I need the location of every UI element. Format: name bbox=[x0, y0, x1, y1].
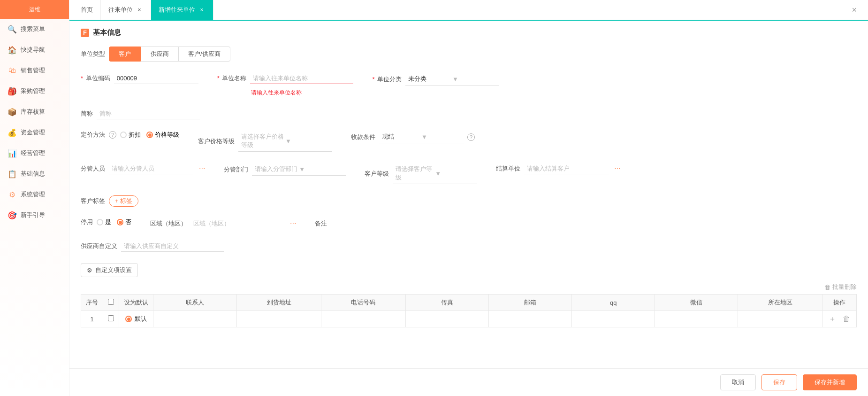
sidebar-item-label: 采购管理 bbox=[21, 87, 45, 95]
sidebar-item-operations[interactable]: 📊 经营管理 bbox=[0, 143, 69, 163]
payment-terms-help-icon[interactable]: ? bbox=[467, 133, 475, 141]
customer-price-select[interactable]: 请选择客户价格等级 ▼ bbox=[238, 131, 332, 152]
sidebar-item-label: 基础信息 bbox=[21, 170, 45, 178]
sidebar-item-label: 新手引导 bbox=[21, 211, 45, 219]
sidebar-item-search[interactable]: 🔍 搜索菜单 bbox=[0, 19, 69, 39]
phone-input[interactable] bbox=[326, 316, 401, 323]
manager-label: 分管人员 bbox=[81, 164, 105, 173]
col-action: 操作 bbox=[822, 295, 856, 311]
wechat-input[interactable] bbox=[660, 316, 733, 323]
sidebar-item-guide[interactable]: 🎯 新手引导 bbox=[0, 205, 69, 225]
cell-region-input[interactable] bbox=[743, 316, 817, 323]
qq-input[interactable] bbox=[577, 316, 650, 323]
pricing-radio-group: 折扣 价格等级 bbox=[120, 131, 179, 139]
unit-type-row: 单位类型 客户 供应商 客户/供应商 bbox=[81, 47, 857, 65]
sidebar-item-finance[interactable]: 💰 资金管理 bbox=[0, 122, 69, 143]
settlement-unit-input[interactable] bbox=[524, 163, 609, 174]
customer-grade-label: 客户等级 bbox=[365, 170, 389, 178]
sidebar-item-shortcut[interactable]: 🏠 快捷导航 bbox=[0, 39, 69, 60]
fax-input[interactable] bbox=[411, 316, 484, 323]
save-button[interactable]: 保存 bbox=[761, 374, 797, 390]
select-all-checkbox[interactable] bbox=[108, 299, 114, 305]
sidebar-item-purchase[interactable]: 🎒 采购管理 bbox=[0, 81, 69, 101]
sidebar-item-basic[interactable]: 📋 基础信息 bbox=[0, 163, 69, 184]
cancel-button[interactable]: 取消 bbox=[720, 374, 756, 390]
sidebar-item-label: 搜索菜单 bbox=[21, 25, 45, 33]
radio-grade-dot bbox=[148, 133, 152, 137]
radio-discount[interactable]: 折扣 bbox=[120, 131, 141, 139]
col-region: 所在地区 bbox=[738, 295, 822, 311]
col-email: 邮箱 bbox=[489, 295, 572, 311]
department-group: 分管部门 请输入分管部门 ▼ bbox=[224, 163, 346, 176]
unit-btn-both[interactable]: 客户/供应商 bbox=[179, 47, 230, 62]
unit-btn-supplier[interactable]: 供应商 bbox=[141, 47, 179, 62]
sidebar-item-inventory[interactable]: 📦 库存核算 bbox=[0, 101, 69, 122]
settlement-unit-group: 结算单位 ··· bbox=[496, 163, 620, 174]
row-actions: ＋ 🗑 bbox=[827, 314, 852, 324]
tab-home[interactable]: 首页 bbox=[73, 0, 101, 20]
region-input[interactable] bbox=[190, 218, 284, 229]
tab-new-partner[interactable]: 新增往来单位 × bbox=[151, 0, 213, 20]
unit-name-input[interactable] bbox=[250, 73, 353, 84]
region-more-icon[interactable]: ··· bbox=[290, 219, 296, 228]
sidebar-item-sales[interactable]: 🛍 销售管理 bbox=[0, 60, 69, 81]
batch-delete-icon: 🗑 bbox=[824, 284, 830, 291]
pricing-help-icon[interactable]: ? bbox=[109, 131, 116, 139]
email-input[interactable] bbox=[494, 316, 567, 323]
unit-code-input[interactable] bbox=[114, 73, 198, 84]
purchase-icon: 🎒 bbox=[8, 86, 17, 96]
batch-delete-button[interactable]: 🗑 批量删除 bbox=[81, 283, 857, 291]
customer-grade-select[interactable]: 请选择客户等级 ▼ bbox=[393, 163, 477, 184]
contact-input[interactable] bbox=[158, 316, 232, 323]
pricing-row: 定价方法 ? 折扣 价格等级 客户价格等 bbox=[81, 131, 857, 155]
unit-type-group: 单位类型 客户 供应商 客户/供应商 bbox=[81, 47, 230, 62]
sidebar-item-system[interactable]: ⚙ 系统管理 bbox=[0, 184, 69, 205]
delete-row-button[interactable]: 🗑 bbox=[841, 314, 852, 324]
remark-input[interactable] bbox=[331, 218, 472, 229]
tab-partners-close[interactable]: × bbox=[136, 6, 143, 14]
remark-group: 备注 bbox=[315, 218, 472, 229]
tab-bar: 首页 往来单位 × 新增往来单位 × × bbox=[69, 0, 868, 21]
table-row: 1 默认 bbox=[81, 311, 857, 327]
manager-more-icon[interactable]: ··· bbox=[199, 164, 205, 173]
tab-partners-label: 往来单位 bbox=[108, 6, 133, 14]
search-icon: 🔍 bbox=[8, 24, 17, 34]
payment-terms-select[interactable]: 现结 ▼ bbox=[379, 131, 464, 143]
address-input[interactable] bbox=[242, 316, 316, 323]
radio-no-circle bbox=[117, 219, 123, 225]
add-row-button[interactable]: ＋ bbox=[827, 314, 838, 324]
tab-partners[interactable]: 往来单位 × bbox=[101, 0, 151, 20]
supplier-custom-input[interactable] bbox=[121, 241, 224, 252]
close-all-tabs[interactable]: × bbox=[844, 5, 864, 15]
payment-terms-label: 收款条件 bbox=[351, 133, 375, 141]
home-icon: 🏠 bbox=[8, 45, 17, 54]
tab-new-partner-close[interactable]: × bbox=[198, 6, 206, 14]
customer-grade-arrow-icon: ▼ bbox=[435, 170, 474, 177]
cell-action: ＋ 🗑 bbox=[822, 311, 856, 327]
save-new-button[interactable]: 保存并新增 bbox=[803, 374, 857, 390]
custom-settings-button[interactable]: ⚙ 自定义项设置 bbox=[81, 263, 138, 277]
sidebar-item-label: 资金管理 bbox=[21, 128, 45, 137]
row-default-radio[interactable] bbox=[125, 316, 132, 322]
cell-qq bbox=[572, 311, 655, 327]
tab-home-label: 首页 bbox=[81, 6, 93, 14]
cell-wechat bbox=[655, 311, 738, 327]
unit-category-select[interactable]: 未分类 ▼ bbox=[405, 73, 499, 85]
section-header: F 基本信息 bbox=[81, 28, 857, 37]
sidebar-item-label: 系统管理 bbox=[21, 190, 45, 199]
manager-input[interactable] bbox=[109, 163, 193, 174]
sidebar-item-label: 销售管理 bbox=[21, 66, 45, 75]
short-name-input[interactable] bbox=[97, 108, 200, 119]
unit-code-label: * 单位编码 bbox=[81, 74, 110, 83]
col-qq: qq bbox=[572, 295, 655, 311]
add-tag-button[interactable]: + 标签 bbox=[109, 195, 138, 207]
settlement-unit-more-icon[interactable]: ··· bbox=[614, 164, 620, 173]
radio-no[interactable]: 否 bbox=[117, 218, 131, 226]
radio-yes[interactable]: 是 bbox=[97, 218, 111, 226]
row-checkbox[interactable] bbox=[108, 315, 114, 321]
sidebar: 运维 🔍 搜索菜单 🏠 快捷导航 🛍 销售管理 🎒 采购管理 📦 库存核算 💰 … bbox=[0, 0, 69, 396]
radio-grade[interactable]: 价格等级 bbox=[146, 131, 179, 139]
department-select[interactable]: 请输入分管部门 ▼ bbox=[252, 163, 346, 176]
unit-btn-customer[interactable]: 客户 bbox=[109, 47, 141, 62]
disabled-row: 停用 是 否 区域（地区） ··· bbox=[81, 218, 857, 233]
